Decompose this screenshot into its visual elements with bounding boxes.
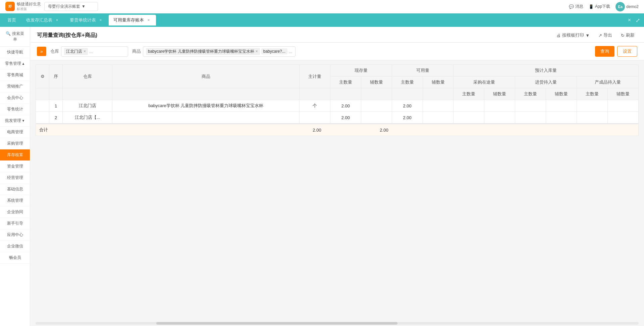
row-production-aux-1 [607, 112, 638, 124]
group-incoming-label: 预计入库量 [535, 68, 557, 73]
sidebar-item-marketing[interactable]: 营销推广 [0, 81, 30, 92]
main-layout: 🔍 搜索菜单 快捷导航 零售管理 ▲ 零售商城 营销推广 会员中心 零售统计 批… [0, 27, 644, 326]
col-no-header: 序 [49, 65, 63, 88]
tab-bar: 首页 收发存汇总表 × 要货单统计表 × 可用量库存账本 × × ⤢ [0, 13, 644, 27]
page-header: 可用量查询(按仓库+商品) 🖨 按模板打印 ▼ ↗ 导出 ↻ 刷新 [30, 27, 644, 43]
logo-icon: 好 [5, 2, 15, 11]
product-tag-1-close[interactable]: × [256, 49, 258, 54]
refresh-button[interactable]: ↻ 刷新 [618, 31, 637, 40]
app-download-button[interactable]: 📱 App下载 [589, 4, 610, 9]
avatar-text: Ea [618, 5, 623, 9]
row-warehouse-0: 江北门店 [63, 100, 112, 112]
tab-available-close[interactable]: × [146, 17, 151, 23]
sidebar-item-retail-stats-label: 零售统计 [7, 107, 23, 111]
sidebar-item-operations-mgmt-label: 经营管理 [7, 175, 23, 180]
logo-area: 好 畅捷通好生意 标准版 [5, 2, 41, 11]
product-input[interactable]: babycare学饮杯 儿童防摔防撞吸管杯重力球吸嘴杯宝宝水杯 × babyca… [143, 46, 296, 57]
col-available-main-header: 主数量 [392, 77, 423, 88]
expand-icon[interactable]: ⤢ [634, 16, 641, 25]
warehouse-filter: 仓库 江北门店 × ... [50, 46, 128, 57]
row-purchase-aux-0 [484, 100, 515, 112]
sidebar-item-operations-mgmt[interactable]: 经营管理 [0, 172, 30, 184]
sidebar-item-retail-stats[interactable]: 零售统计 [0, 104, 30, 115]
group-production-sub-header: 产成品待入量 [577, 77, 639, 88]
sidebar-item-enterprise-wechat[interactable]: 企业微信 [0, 241, 30, 252]
message-button[interactable]: 💬 消息 [569, 4, 583, 9]
industry-selector[interactable]: 母婴行业演示账套 ▼ [44, 2, 98, 11]
print-button[interactable]: 🖨 按模板打印 ▼ [554, 31, 592, 40]
sidebar-item-enterprise-collab[interactable]: 企业协同 [0, 206, 30, 218]
chevron-down-icon-print: ▼ [585, 33, 590, 38]
warehouse-more[interactable]: ... [89, 49, 93, 54]
group-available-label: 可用量 [416, 68, 429, 73]
sidebar-item-new-user[interactable]: 新手引导 [0, 218, 30, 229]
row-purchase-main-0 [453, 100, 484, 112]
header-left: 好 畅捷通好生意 标准版 母婴行业演示账套 ▼ [5, 2, 98, 11]
app-download-icon: 📱 [589, 4, 594, 9]
settings-button[interactable]: 设置 [617, 46, 637, 57]
sidebar-item-inventory[interactable]: 库存核算 [0, 149, 30, 161]
col-arrival-aux-header: 辅数量 [546, 88, 577, 100]
logo-sub: 标准版 [17, 7, 41, 11]
industry-label: 母婴行业演示账套 [48, 4, 80, 9]
row-purchase-aux-1 [484, 112, 515, 124]
sidebar-item-basic-info[interactable]: 基础信息 [0, 184, 30, 195]
scrollbar-thumb[interactable] [156, 322, 397, 325]
logo-text: 畅捷通好生意 [17, 2, 41, 6]
warehouse-tag: 江北门店 × [64, 48, 88, 55]
tab-receive[interactable]: 收发存汇总表 × [21, 15, 64, 26]
avatar: Ea [615, 2, 625, 11]
refresh-icon: ↻ [621, 33, 625, 38]
sidebar-item-purchase-mgmt[interactable]: 采购管理 [0, 138, 30, 149]
sidebar-item-retail-mgmt[interactable]: 零售管理 ▲ [0, 58, 30, 69]
tab-available[interactable]: 可用量库存账本 × [109, 15, 156, 26]
tab-order[interactable]: 要货单统计表 × [65, 15, 108, 26]
row-available-main-1: 2.00 [392, 112, 423, 124]
tab-home[interactable]: 首页 [3, 15, 21, 26]
row-no-1: 2 [49, 112, 63, 124]
product-filter: 商品 babycare学饮杯 儿童防摔防撞吸管杯重力球吸嘴杯宝宝水杯 × bab… [132, 46, 296, 57]
sidebar-item-ecommerce-mgmt[interactable]: 电商管理 [0, 127, 30, 138]
col-unit-header: 主计量 [300, 65, 330, 88]
sidebar-item-system-mgmt[interactable]: 系统管理 [0, 195, 30, 206]
table-row: 2 江北门店【... 2.00 2.00 [36, 112, 639, 124]
warehouse-label: 仓库 [50, 48, 59, 54]
close-all-button[interactable]: × [627, 16, 632, 25]
tab-order-close[interactable]: × [98, 17, 103, 23]
export-label: 导出 [603, 32, 612, 38]
sidebar-item-premium-member-label: 畅会员 [9, 255, 21, 260]
product-more[interactable]: ... [289, 49, 292, 54]
sidebar-item-retail-shop[interactable]: 零售商城 [0, 69, 30, 81]
horizontal-scrollbar[interactable] [36, 322, 639, 325]
row-settings-0 [36, 100, 49, 112]
row-unit-0: 个 [300, 100, 330, 112]
warehouse-tag-value: 江北门店 [66, 49, 82, 54]
warehouse-tag-close[interactable]: × [84, 49, 86, 54]
sidebar-item-wholesale-mgmt[interactable]: 批发管理 ▼ [0, 115, 30, 127]
row-available-main-0: 2.00 [392, 100, 423, 112]
sidebar-item-member-center[interactable]: 会员中心 [0, 92, 30, 104]
sidebar-item-app-center[interactable]: 应用中心 [0, 229, 30, 241]
sidebar-item-wholesale-mgmt-label: 批发管理 [5, 118, 21, 124]
filter-toggle-button[interactable]: » [37, 47, 46, 56]
tab-order-label: 要货单统计表 [70, 17, 96, 23]
sidebar-item-quick-nav-label: 快捷导航 [7, 50, 23, 54]
sidebar-item-retail-shop-label: 零售商城 [7, 73, 23, 77]
content-area: 可用量查询(按仓库+商品) 🖨 按模板打印 ▼ ↗ 导出 ↻ 刷新 » [30, 27, 644, 326]
export-button[interactable]: ↗ 导出 [596, 31, 615, 40]
sidebar-item-quick-nav[interactable]: 快捷导航 [0, 47, 30, 58]
col-available-aux-header: 辅数量 [423, 77, 453, 88]
sidebar-search-button[interactable]: 🔍 搜索菜单 [3, 30, 27, 44]
footer-current-main: 2.00 [300, 128, 334, 133]
sidebar-item-finance-mgmt[interactable]: 资金管理 [0, 161, 30, 172]
sidebar-item-premium-member[interactable]: 畅会员 [0, 252, 30, 264]
col-settings-header[interactable]: ⚙ [36, 65, 49, 88]
sidebar-item-retail-mgmt-label: 零售管理 [5, 61, 21, 66]
user-area[interactable]: Ea demo2 [615, 2, 639, 11]
warehouse-input[interactable]: 江北门店 × ... [61, 46, 128, 57]
tab-receive-close[interactable]: × [54, 17, 60, 23]
product-tag-2-value: babycare?... [263, 49, 285, 54]
col-purchase-aux-header: 辅数量 [484, 88, 515, 100]
query-button[interactable]: 查询 [595, 46, 614, 57]
table-footer: 合计 2.00 2.00 [36, 124, 639, 136]
